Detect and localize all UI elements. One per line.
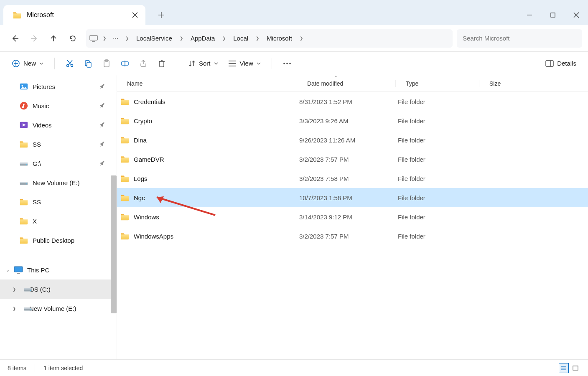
chevron-right-icon[interactable]: ❯ (296, 36, 306, 41)
forward-button[interactable] (25, 30, 43, 47)
paste-button[interactable] (99, 56, 114, 71)
rename-button[interactable] (117, 56, 132, 71)
sidebar-item-label: G:\ (33, 160, 41, 167)
file-row[interactable]: Logs3/2/2023 7:58 PMFile folder (117, 169, 588, 188)
sidebar-this-pc[interactable]: ⌄ This PC (0, 260, 117, 279)
file-row[interactable]: Ngc10/7/2023 1:58 PMFile folder (117, 188, 588, 207)
breadcrumb[interactable]: Local (231, 33, 251, 43)
minimize-button[interactable] (518, 5, 541, 25)
chevron-down-icon[interactable]: ⌄ (6, 267, 10, 273)
scrollbar[interactable] (111, 175, 117, 313)
sidebar-item[interactable]: Videos (0, 115, 117, 135)
file-row[interactable]: GameDVR3/2/2023 7:57 PMFile folder (117, 150, 588, 169)
breadcrumb[interactable]: LocalService (134, 33, 175, 43)
svg-rect-1 (90, 36, 97, 40)
new-button[interactable]: New (8, 56, 47, 71)
file-type: File folder (398, 137, 481, 144)
file-row[interactable]: Credentials8/31/2023 1:52 PMFile folder (117, 92, 588, 111)
sidebar-item-label: X (33, 218, 37, 225)
address-bar[interactable]: ❯ ⋯ ❯ LocalService ❯ AppData ❯ Local ❯ M… (86, 29, 453, 48)
chevron-right-icon[interactable]: ❯ (219, 36, 229, 41)
svg-rect-26 (24, 288, 32, 290)
column-header-date[interactable]: Date modified (297, 80, 395, 87)
column-header-size[interactable]: Size (479, 80, 588, 87)
new-tab-button[interactable] (152, 5, 171, 25)
maximize-button[interactable] (541, 5, 565, 25)
chevron-down-icon (214, 62, 218, 65)
status-selected: 1 item selected (43, 365, 83, 371)
svg-rect-6 (87, 62, 91, 67)
cut-button[interactable] (62, 56, 77, 71)
breadcrumb[interactable]: Microsoft (264, 33, 295, 43)
file-type: File folder (398, 117, 481, 124)
folder-icon (13, 10, 22, 20)
sidebar-item[interactable]: Public Desktop (0, 231, 117, 250)
chevron-down-icon (39, 62, 43, 65)
svg-point-12 (289, 63, 291, 64)
chevron-right-icon[interactable]: ❯ (13, 306, 16, 311)
svg-point-4 (71, 64, 73, 66)
svg-point-20 (26, 164, 27, 165)
file-row[interactable]: Crypto3/3/2023 9:26 AMFile folder (117, 111, 588, 130)
details-pane-button[interactable]: Details (542, 56, 580, 71)
chevron-down-icon (257, 62, 261, 65)
file-date: 3/2/2023 7:57 PM (299, 233, 398, 240)
file-name: Dlna (134, 137, 299, 144)
delete-button[interactable] (154, 56, 169, 71)
sort-indicator-icon: ⌃ (334, 75, 338, 79)
search-input[interactable]: Search Microsoft (457, 29, 582, 48)
view-large-icon[interactable] (570, 363, 580, 373)
back-button[interactable] (6, 30, 24, 47)
view-label: View (240, 60, 253, 67)
sidebar-item[interactable]: X (0, 211, 117, 231)
close-tab-icon[interactable] (132, 12, 138, 18)
overflow-icon[interactable]: ⋯ (111, 35, 120, 42)
view-button[interactable]: View (225, 56, 264, 71)
more-button[interactable] (280, 56, 295, 71)
refresh-button[interactable] (64, 30, 82, 47)
chevron-right-icon[interactable]: ❯ (176, 36, 186, 41)
sidebar-item[interactable]: New Volume (E:) (0, 173, 117, 192)
file-date: 3/14/2023 9:12 PM (299, 213, 398, 221)
sidebar-item[interactable]: Music (0, 96, 117, 115)
svg-rect-31 (573, 366, 578, 370)
share-button[interactable] (136, 56, 151, 71)
column-header-type[interactable]: Type (395, 80, 479, 87)
sidebar-item[interactable]: SS (0, 135, 117, 154)
breadcrumb[interactable]: AppData (188, 33, 217, 43)
file-name: WindowsApps (134, 233, 299, 240)
pin-icon (100, 103, 105, 109)
pc-icon (89, 35, 98, 42)
chevron-right-icon[interactable]: ❯ (252, 36, 262, 41)
close-window-button[interactable] (565, 5, 588, 25)
window-tab[interactable]: Microsoft (3, 5, 145, 25)
chevron-right-icon[interactable]: ❯ (99, 36, 109, 41)
file-type: File folder (398, 194, 481, 201)
file-name: Crypto (134, 117, 299, 124)
file-type: File folder (398, 98, 481, 105)
sidebar-item[interactable]: Pictures (0, 77, 117, 96)
chevron-right-icon[interactable]: ❯ (122, 36, 132, 41)
column-header-name[interactable]: Name (117, 80, 297, 87)
sidebar-drive[interactable]: ❯New Volume (E:) (0, 299, 117, 318)
sort-button[interactable]: Sort (185, 56, 221, 71)
file-row[interactable]: Windows3/14/2023 9:12 PMFile folder (117, 207, 588, 226)
view-details-icon[interactable] (559, 363, 569, 373)
file-row[interactable]: Dlna9/26/2023 11:26 AMFile folder (117, 130, 588, 150)
up-button[interactable] (44, 30, 63, 47)
sidebar-item[interactable]: SS (0, 192, 117, 211)
file-date: 9/26/2023 11:26 AM (299, 137, 398, 144)
svg-point-3 (67, 64, 69, 66)
sidebar-item-label: Music (33, 102, 49, 109)
pin-icon (100, 84, 105, 89)
svg-point-23 (26, 183, 27, 184)
sidebar-drive[interactable]: ❯OS (C:) (0, 279, 117, 299)
tab-title: Microsoft (27, 11, 127, 19)
sidebar-item[interactable]: G:\ (0, 154, 117, 173)
file-row[interactable]: WindowsApps3/2/2023 7:57 PMFile folder (117, 226, 588, 246)
copy-button[interactable] (81, 56, 96, 71)
chevron-right-icon[interactable]: ❯ (13, 287, 16, 292)
file-name: GameDVR (134, 156, 299, 163)
file-list: ⌃ Name Date modified Type Size Credentia… (117, 75, 588, 359)
svg-rect-22 (20, 182, 28, 183)
